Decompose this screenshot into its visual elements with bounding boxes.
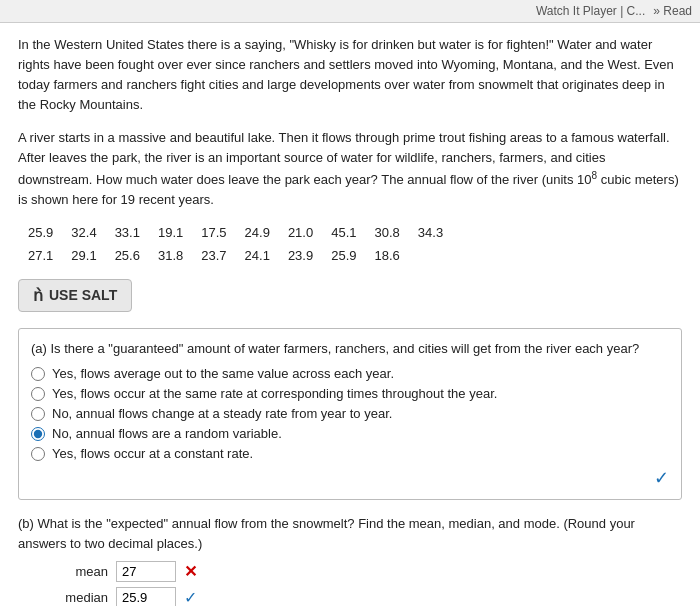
wrong-icon: ✕ [184, 562, 197, 581]
radio-label-2: No, annual flows change at a steady rate… [52, 406, 392, 421]
part-a-check-container: ✓ [31, 467, 669, 489]
part-b-row-0: mean✕ [18, 561, 682, 582]
read-label: » Read [653, 4, 692, 18]
radio-label-3: No, annual flows are a random variable. [52, 426, 282, 441]
radio-label-4: Yes, flows occur at a constant rate. [52, 446, 253, 461]
part-b-input-mean[interactable] [116, 561, 176, 582]
data-row-1: 25.932.433.119.117.524.921.045.130.834.3 [28, 222, 682, 244]
top-bar: Watch It Player | C... » Read [0, 0, 700, 23]
radio-input-4[interactable] [31, 447, 45, 461]
data-value: 32.4 [71, 222, 96, 244]
part-b-row-1: median✓ [18, 587, 682, 606]
data-value: 27.1 [28, 245, 53, 267]
data-value: 25.9 [28, 222, 53, 244]
intro-paragraph1: In the Western United States there is a … [18, 35, 682, 116]
part-b-input-median[interactable] [116, 587, 176, 606]
radio-input-3[interactable] [31, 427, 45, 441]
part-a-checkmark: ✓ [654, 467, 669, 489]
radio-option-1[interactable]: Yes, flows occur at the same rate at cor… [31, 386, 669, 401]
radio-input-0[interactable] [31, 367, 45, 381]
part-a-label: (a) Is there a "guaranteed" amount of wa… [31, 339, 669, 359]
data-value: 19.1 [158, 222, 183, 244]
data-value: 18.6 [375, 245, 400, 267]
use-salt-button[interactable]: ǹ‍ USE SALT [18, 279, 132, 312]
part-b-label: (b) What is the "expected" annual flow f… [18, 514, 682, 553]
part-b-label-0: mean [18, 564, 108, 579]
data-value: 21.0 [288, 222, 313, 244]
data-value: 23.7 [201, 245, 226, 267]
radio-option-2[interactable]: No, annual flows change at a steady rate… [31, 406, 669, 421]
data-row-2: 27.129.125.631.823.724.123.925.918.6 [28, 245, 682, 267]
data-value: 25.6 [115, 245, 140, 267]
radio-input-2[interactable] [31, 407, 45, 421]
data-value: 31.8 [158, 245, 183, 267]
data-value: 17.5 [201, 222, 226, 244]
data-value: 25.9 [331, 245, 356, 267]
salt-icon: ǹ‍ [33, 286, 43, 305]
part-b-label-1: median [18, 590, 108, 605]
radio-option-4[interactable]: Yes, flows occur at a constant rate. [31, 446, 669, 461]
radio-label-1: Yes, flows occur at the same rate at cor… [52, 386, 497, 401]
data-value: 29.1 [71, 245, 96, 267]
data-value: 24.9 [245, 222, 270, 244]
use-salt-label: USE SALT [49, 287, 117, 303]
radio-option-3[interactable]: No, annual flows are a random variable. [31, 426, 669, 441]
data-value: 33.1 [115, 222, 140, 244]
part-a-section: (a) Is there a "guaranteed" amount of wa… [18, 328, 682, 501]
data-numbers: 25.932.433.119.117.524.921.045.130.834.3… [28, 222, 682, 266]
radio-label-0: Yes, flows average out to the same value… [52, 366, 394, 381]
intro-paragraph2: A river starts in a massive and beautifu… [18, 128, 682, 211]
data-value: 30.8 [375, 222, 400, 244]
watch-player-label: Watch It Player | C... [536, 4, 645, 18]
correct-icon: ✓ [184, 588, 197, 606]
radio-input-1[interactable] [31, 387, 45, 401]
data-value: 34.3 [418, 222, 443, 244]
top-bar-right: Watch It Player | C... » Read [536, 4, 692, 18]
data-value: 24.1 [245, 245, 270, 267]
data-value: 45.1 [331, 222, 356, 244]
part-b-section: (b) What is the "expected" annual flow f… [18, 514, 682, 606]
content-area: In the Western United States there is a … [0, 23, 700, 606]
radio-option-0[interactable]: Yes, flows average out to the same value… [31, 366, 669, 381]
data-value: 23.9 [288, 245, 313, 267]
